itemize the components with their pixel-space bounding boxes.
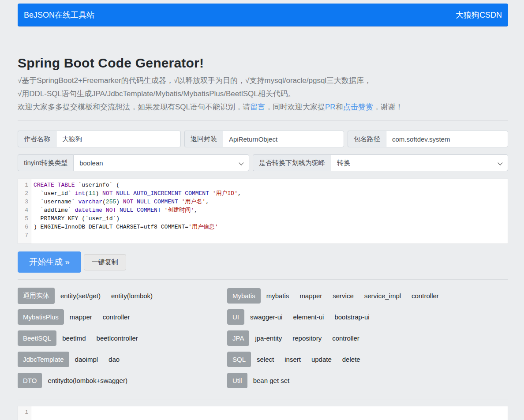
code-token: NOT xyxy=(123,199,133,205)
code-token: 255 xyxy=(106,199,116,205)
template-link[interactable]: repository xyxy=(292,334,322,342)
code-token: NOT xyxy=(106,207,116,214)
code-token xyxy=(178,199,182,205)
template-link[interactable]: controller xyxy=(412,292,439,300)
return-wrapper-input[interactable] xyxy=(223,131,344,147)
code-line-content: CREATE TABLE `userinfo` ( xyxy=(31,181,120,189)
template-category-badge[interactable]: UI xyxy=(227,309,244,325)
template-category-badge[interactable]: SQL xyxy=(227,352,251,367)
code-token: NULL xyxy=(116,190,130,197)
code-line: 1CREATE TABLE `userinfo` ( xyxy=(18,181,508,189)
package-path-label: 包名路径 xyxy=(348,131,386,147)
template-link[interactable]: bean get set xyxy=(253,377,290,384)
code-line: 5 PRIMARY KEY (`user_id`) xyxy=(18,214,508,223)
author-name-group: 作者名称 xyxy=(18,131,181,147)
return-wrapper-label: 返回封装 xyxy=(184,131,223,147)
package-path-input[interactable] xyxy=(386,131,508,147)
template-link[interactable]: delete xyxy=(342,356,360,363)
actions-row: 开始生成 » 一键复制 xyxy=(18,251,508,273)
template-link[interactable]: jpa-entity xyxy=(255,334,282,342)
intro-line3-text: ，谢谢！ xyxy=(373,103,403,111)
template-row: Mybatismybatismapperserviceservice_implc… xyxy=(227,287,508,304)
generate-button[interactable]: 开始生成 » xyxy=(18,251,81,273)
template-link[interactable]: entity(lombok) xyxy=(111,292,153,300)
tinyint-type-label: tinyint转换类型 xyxy=(18,154,73,171)
template-category-badge[interactable]: JPA xyxy=(227,330,249,346)
code-token: datetime xyxy=(75,207,102,214)
template-link[interactable]: entitydto(lombok+swagger) xyxy=(48,377,127,384)
template-link[interactable]: entity(set/get) xyxy=(60,292,101,300)
template-link[interactable]: daoimpl xyxy=(75,356,98,363)
code-line-content: PRIMARY KEY (`user_id`) xyxy=(31,214,120,223)
code-token: '用户ID' xyxy=(213,190,238,197)
template-link[interactable]: dao xyxy=(109,356,120,363)
code-line: 6) ENGINE=InnoDB DEFAULT CHARSET=utf8 CO… xyxy=(18,223,508,231)
code-token: ) xyxy=(95,190,102,197)
brand-link[interactable]: BeJSON在线工具站 xyxy=(24,10,94,20)
template-category-badge[interactable]: Mybatis xyxy=(227,288,261,304)
template-link[interactable]: select xyxy=(257,356,274,363)
editor-gutter-number: 7 xyxy=(18,231,31,240)
form-row-2: tinyint转换类型 boolean 是否转换下划线为驼峰 转换 xyxy=(18,154,508,171)
code-token: PRIMARY KEY (`user_id`) xyxy=(34,215,120,222)
code-line-content: `user_id` int(11) NOT NULL AUTO_INCREMEN… xyxy=(31,189,241,198)
camel-case-selected-value: 转换 xyxy=(337,159,350,167)
tinyint-type-selected-value: boolean xyxy=(79,159,103,167)
camel-case-select[interactable]: 转换 xyxy=(331,154,508,171)
intro-line-1: √基于SpringBoot2+Freemarker的代码生成器，√以释放双手为目… xyxy=(18,74,508,87)
template-category-badge[interactable]: BeetlSQL xyxy=(18,330,56,346)
template-link[interactable]: element-ui xyxy=(293,313,324,321)
code-token: COMMENT xyxy=(137,207,161,214)
copy-button[interactable]: 一键复制 xyxy=(84,254,126,270)
intro-text: √基于SpringBoot2+Freemarker的代码生成器，√以释放双手为目… xyxy=(18,74,508,114)
donate-link[interactable]: 点击赞赏 xyxy=(343,103,373,111)
pr-link[interactable]: PR xyxy=(325,103,336,111)
code-token: NOT xyxy=(102,190,112,197)
template-link[interactable]: service xyxy=(333,292,354,300)
template-link[interactable]: controller xyxy=(332,334,359,342)
template-category-badge[interactable]: DTO xyxy=(18,373,42,388)
template-link[interactable]: beetlmd xyxy=(62,334,86,342)
template-row: JdbcTemplatedaoimpldao xyxy=(18,351,227,368)
output-editor[interactable]: 1 xyxy=(18,406,508,420)
template-category-badge[interactable]: MybatisPlus xyxy=(18,309,64,325)
code-line-content: ) ENGINE=InnoDB DEFAULT CHARSET=utf8 COM… xyxy=(31,223,218,231)
template-link[interactable]: insert xyxy=(284,356,301,363)
template-category-badge[interactable]: JdbcTemplate xyxy=(18,352,69,367)
form-row-1: 作者名称 返回封装 包名路径 xyxy=(18,131,508,147)
template-category-badge[interactable]: 通用实体 xyxy=(18,288,55,304)
code-token: `username` xyxy=(34,199,78,205)
code-line-content: `addtime` datetime NOT NULL COMMENT '创建时… xyxy=(31,206,198,214)
code-token: `addtime` xyxy=(34,207,75,214)
intro-line3-text: ，同时欢迎大家提 xyxy=(265,103,325,111)
intro-line3-text: 欢迎大家多多提交模板和交流想法，如果发现有SQL语句不能识别，请 xyxy=(18,103,250,111)
intro-line-2: √用DDL-SQL语句生成JPA/JdbcTemplate/Mybatis/My… xyxy=(18,87,508,101)
template-link[interactable]: service_impl xyxy=(364,292,401,300)
template-link[interactable]: swagger-ui xyxy=(250,313,282,321)
page-title: Spring Boot Code Generator! xyxy=(18,56,508,71)
editor-gutter-number: 6 xyxy=(18,223,31,231)
code-token: '创建时间' xyxy=(165,207,195,214)
navbar-right-link[interactable]: 大狼狗CSDN xyxy=(456,10,502,20)
chevron-down-icon xyxy=(498,160,502,165)
code-token: COMMENT xyxy=(154,199,178,205)
leave-message-link[interactable]: 留言 xyxy=(250,103,265,111)
template-link[interactable]: bootstrap-ui xyxy=(334,313,369,321)
template-link[interactable]: mybatis xyxy=(266,292,289,300)
template-link[interactable]: controller xyxy=(103,313,130,321)
sql-editor[interactable]: 1CREATE TABLE `userinfo` (2 `user_id` in… xyxy=(18,179,508,244)
tinyint-type-select[interactable]: boolean xyxy=(73,154,249,171)
code-line: 1 xyxy=(18,408,508,416)
author-name-input[interactable] xyxy=(56,131,181,147)
template-link[interactable]: mapper xyxy=(70,313,92,321)
code-token: '用户信息' xyxy=(188,224,218,230)
editor-gutter-number: 3 xyxy=(18,198,31,206)
code-line: 4 `addtime` datetime NOT NULL COMMENT '创… xyxy=(18,206,508,214)
template-link[interactable]: update xyxy=(311,356,332,363)
template-category-badge[interactable]: Util xyxy=(227,373,247,388)
template-row: MybatisPlusmappercontroller xyxy=(18,308,227,325)
template-link[interactable]: mapper xyxy=(299,292,322,300)
template-row: Utilbean get set xyxy=(227,372,508,389)
template-link[interactable]: beetlcontroller xyxy=(97,334,138,342)
code-token: ( xyxy=(102,199,106,205)
